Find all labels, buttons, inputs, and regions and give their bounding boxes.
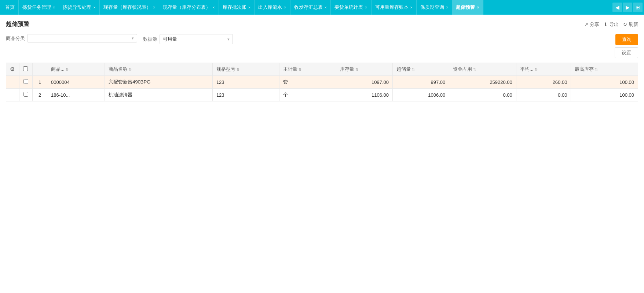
td-over-stock: 1006.00 [392,89,449,101]
nav-next-button[interactable]: ▶ [623,3,632,12]
tab-close-icon[interactable]: × [410,5,413,10]
th-gear[interactable]: ⚙ [6,63,19,76]
datasource-label: 数据源 [143,36,157,42]
td-product-name: 六配套新昌490BPG [105,76,213,89]
nav-tab-3[interactable]: 现存量（库存状况表）× [100,0,159,15]
share-button[interactable]: ↗ 分享 [584,21,599,28]
tab-close-icon[interactable]: × [446,5,448,10]
th-over-stock[interactable]: 超储量⇅ [392,63,449,76]
share-icon: ↗ [584,22,588,27]
th-spec[interactable]: 规格型号⇅ [212,63,279,76]
td-capital: 0.00 [449,89,516,101]
tab-close-icon[interactable]: × [93,5,95,10]
nav-tab-10[interactable]: 保质期查询× [417,0,452,15]
td-spec: 123 [212,76,279,89]
td-seq: 2 [33,89,47,101]
nav-tab-6[interactable]: 出入库流水× [255,0,290,15]
sort-icon: ⇅ [535,67,538,71]
datasource-select[interactable]: 可用量 ▾ [160,34,233,44]
filter-bar: 商品分类 ▾ 数据源 可用量 ▾ 查询 设置 [6,34,638,58]
row-checkbox[interactable] [23,79,28,84]
sort-icon: ⇅ [66,67,69,71]
sort-icon: ⇅ [473,67,476,71]
sort-icon: ⇅ [595,67,598,71]
sort-icon: ⇅ [299,67,301,71]
td-product-code: 186-10... [47,89,105,101]
td-spec: 123 [212,89,279,101]
export-button[interactable]: ⬇ 导出 [604,21,619,28]
th-capital[interactable]: 资金占用⇅ [449,63,516,76]
td-product-name: 机油滤清器 [105,89,213,101]
nav-tab-0[interactable]: 首页 [1,0,19,15]
category-select[interactable]: ▾ [27,34,137,42]
nav-tab-11[interactable]: 超储预警× [452,0,483,15]
page-header: 超储预警 ↗ 分享 ⬇ 导出 ↻ 刷新 [6,21,638,28]
select-all-checkbox[interactable] [23,66,28,71]
settings-button[interactable]: 设置 [615,47,638,58]
th-seq [33,63,47,76]
datasource-chevron-icon: ▾ [227,37,230,42]
nav-tab-2[interactable]: 拣货异常处理× [59,0,99,15]
page-title: 超储预警 [6,21,29,28]
td-unit: 套 [279,76,336,89]
td-gear [6,76,19,89]
td-checkbox[interactable] [19,89,33,101]
table-header-row: ⚙ 商品...⇅ 商品名称⇅ 规格型号⇅ 主计量⇅ 库存量⇅ 超储量⇅ 资金占用… [6,63,638,76]
td-gear [6,89,19,101]
sort-icon: ⇅ [129,67,132,71]
category-chevron-icon: ▾ [132,36,134,41]
table-row: 2 186-10... 机油滤清器 123 个 1106.00 1006.00 … [6,89,638,101]
tab-close-icon[interactable]: × [365,5,367,10]
td-stock: 1106.00 [336,89,392,101]
tab-close-icon[interactable]: × [284,5,286,10]
refresh-icon: ↻ [623,22,627,27]
th-product-name[interactable]: 商品名称⇅ [105,63,213,76]
nav-tab-4[interactable]: 现存量（库存分布表）× [159,0,219,15]
nav-prev-button[interactable]: ◀ [612,3,622,12]
top-nav: 首页拣货任务管理×拣货异常处理×现存量（库存状况表）×现存量（库存分布表）×库存… [0,0,644,15]
td-max-stock: 100.00 [571,76,638,89]
nav-tab-7[interactable]: 收发存汇总表× [290,0,331,15]
category-label: 商品分类 [6,35,25,42]
tab-close-icon[interactable]: × [248,5,250,10]
nav-tab-5[interactable]: 库存批次账× [219,0,255,15]
tab-close-icon[interactable]: × [153,5,155,10]
tab-close-icon[interactable]: × [212,5,215,10]
nav-arrows: ◀ ▶ ⊞ [612,3,643,12]
td-unit: 个 [279,89,336,101]
tab-close-icon[interactable]: × [477,5,479,10]
sort-icon: ⇅ [412,67,415,71]
refresh-button[interactable]: ↻ 刷新 [623,21,638,28]
td-seq: 1 [33,76,47,89]
th-max-stock[interactable]: 最高库存⇅ [571,63,638,76]
sort-icon: ⇅ [355,67,358,71]
row-checkbox[interactable] [23,92,28,97]
th-stock[interactable]: 库存量⇅ [336,63,392,76]
nav-tab-8[interactable]: 要货单统计表× [331,0,371,15]
th-checkbox[interactable] [19,63,33,76]
td-capital: 259220.00 [449,76,516,89]
th-avg[interactable]: 平均...⇅ [516,63,571,76]
gear-icon[interactable]: ⚙ [10,66,15,72]
nav-tab-9[interactable]: 可用量库存账本× [372,0,417,15]
category-filter: 商品分类 ▾ [6,34,137,42]
td-avg: 260.00 [516,76,571,89]
td-stock: 1097.00 [336,76,392,89]
header-actions: ↗ 分享 ⬇ 导出 ↻ 刷新 [584,21,638,28]
query-button[interactable]: 查询 [615,34,638,45]
tab-close-icon[interactable]: × [325,5,327,10]
nav-tab-1[interactable]: 拣货任务管理× [19,0,59,15]
nav-expand-button[interactable]: ⊞ [633,3,643,12]
td-over-stock: 997.00 [392,76,449,89]
td-product-code: 0000004 [47,76,105,89]
table-row: 1 0000004 六配套新昌490BPG 123 套 1097.00 997.… [6,76,638,89]
td-avg: 0.00 [516,89,571,101]
td-max-stock: 100.00 [571,89,638,101]
td-checkbox[interactable] [19,76,33,89]
tab-close-icon[interactable]: × [53,5,55,10]
th-product-code[interactable]: 商品...⇅ [47,63,105,76]
data-table: ⚙ 商品...⇅ 商品名称⇅ 规格型号⇅ 主计量⇅ 库存量⇅ 超储量⇅ 资金占用… [6,63,638,101]
th-unit[interactable]: 主计量⇅ [279,63,336,76]
action-buttons: 查询 设置 [615,34,638,58]
sort-icon: ⇅ [237,67,239,71]
